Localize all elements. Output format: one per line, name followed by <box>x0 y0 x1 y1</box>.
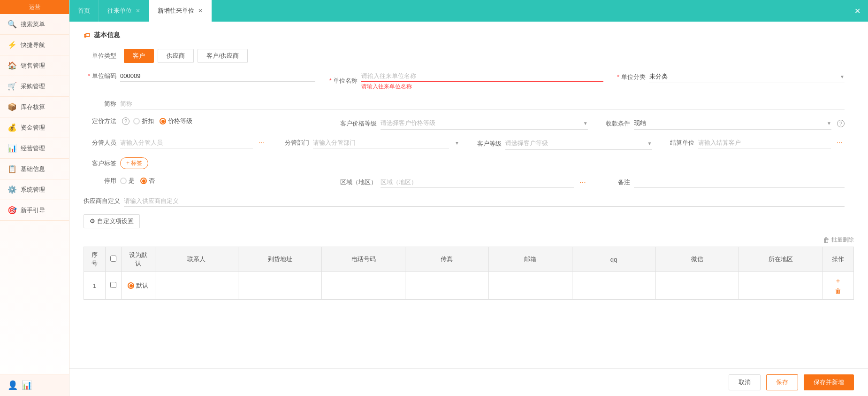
sidebar-item-search[interactable]: 🔍 搜索菜单 <box>0 14 69 35</box>
unit-type-both-button[interactable]: 客户/供应商 <box>198 49 248 63</box>
tab-contacts-close[interactable]: ✕ <box>136 8 140 14</box>
manager-more-icon[interactable]: ··· <box>257 139 266 147</box>
unit-name-input[interactable] <box>361 70 603 82</box>
cell-seq: 1 <box>84 272 106 300</box>
pricing-method-radio-group: 折扣 价格等级 <box>133 117 192 125</box>
email-input[interactable] <box>494 282 567 289</box>
sidebar-item-finance[interactable]: 💰 资金管理 <box>0 117 69 138</box>
unit-type-supplier-button[interactable]: 供应商 <box>158 49 194 63</box>
payment-help-icon[interactable]: ? <box>837 120 845 127</box>
sidebar-item-inventory[interactable]: 📦 库存核算 <box>0 97 69 117</box>
remark-field: 备注 <box>597 177 854 188</box>
region-table-input[interactable] <box>744 282 817 289</box>
sidebar-item-new-guide[interactable]: 🎯 新手引导 <box>0 200 69 221</box>
home-icon: 🏠 <box>8 61 17 70</box>
disabled-label: 停用 <box>84 177 116 185</box>
row-checkbox[interactable] <box>110 282 116 288</box>
manager-input[interactable] <box>120 137 253 148</box>
wechat-input[interactable] <box>661 282 734 289</box>
customer-level-value: 请选择客户等级 <box>505 139 646 148</box>
unit-code-label: 单位编码 <box>84 72 116 80</box>
sidebar-item-sys-admin[interactable]: ⚙️ 系统管理 <box>0 179 69 200</box>
pricing-discount-radio[interactable]: 折扣 <box>133 117 154 125</box>
cell-wechat <box>655 272 739 300</box>
bulk-delete-row: 🗑 批量删除 <box>84 236 854 244</box>
region-more-icon[interactable]: ··· <box>578 178 587 186</box>
customer-price-level-select[interactable]: 请选择客户价格等级 ▼ <box>381 117 587 130</box>
supplier-custom-input[interactable] <box>124 195 845 207</box>
sidebar-item-quick-nav[interactable]: ⚡ 快捷导航 <box>0 35 69 55</box>
remark-input[interactable] <box>634 177 845 188</box>
sidebar-item-label: 新手引导 <box>21 206 45 215</box>
settlement-unit-more-icon[interactable]: ··· <box>835 139 845 147</box>
address-input[interactable] <box>243 282 317 289</box>
tab-contacts[interactable]: 往来单位 ✕ <box>99 0 149 22</box>
clipboard-icon: 📋 <box>8 164 17 173</box>
form-footer: 取消 保存 保存并新增 <box>69 368 868 396</box>
unit-category-label: 单位分类 <box>613 73 646 81</box>
settlement-unit-label: 结算单位 <box>662 139 694 147</box>
customer-price-level-label: 客户价格等级 <box>340 119 377 128</box>
department-label: 分管部门 <box>276 139 309 147</box>
phone-input[interactable] <box>327 282 400 289</box>
customer-level-label: 客户等级 <box>469 140 502 148</box>
gear-icon: ⚙️ <box>8 185 17 194</box>
sidebar-item-label: 基础信息 <box>21 165 45 173</box>
manager-label: 分管人员 <box>84 139 116 147</box>
default-radio[interactable]: 默认 <box>126 281 150 290</box>
disabled-yes-label: 是 <box>129 177 135 185</box>
delete-row-button[interactable]: 🗑 <box>833 286 843 295</box>
tab-home[interactable]: 首页 <box>69 0 99 22</box>
customer-level-select[interactable]: 请选择客户等级 ▼ <box>505 137 652 150</box>
customer-level-field: 客户等级 请选择客户等级 ▼ <box>469 137 662 150</box>
tab-new-contact[interactable]: 新增往来单位 ✕ <box>149 0 212 22</box>
tab-contacts-label: 往来单位 <box>107 7 132 15</box>
qq-input[interactable] <box>577 282 651 289</box>
tab-new-contact-close[interactable]: ✕ <box>198 8 203 14</box>
contact-input[interactable] <box>160 282 234 289</box>
unit-code-input[interactable] <box>120 70 315 82</box>
save-button[interactable]: 保存 <box>766 374 798 390</box>
tab-new-contact-label: 新增往来单位 <box>158 7 194 15</box>
sidebar-item-label: 搜索菜单 <box>21 20 45 29</box>
main-area: 首页 往来单位 ✕ 新增往来单位 ✕ ✕ 🏷 基本信息 单位类型 客户 供应商 … <box>69 0 868 396</box>
sidebar-item-label: 资金管理 <box>21 124 45 132</box>
contact-table-body: 1 默认 <box>84 272 854 300</box>
col-contact: 联系人 <box>155 247 238 272</box>
select-all-checkbox[interactable] <box>110 256 116 262</box>
col-region: 所在地区 <box>739 247 822 272</box>
basic-info-section-header: 🏷 基本信息 <box>84 31 854 39</box>
bulk-delete-label[interactable]: 批量删除 <box>831 236 854 244</box>
supplier-custom-field: 供应商自定义 <box>84 195 854 207</box>
sidebar-item-operations[interactable]: 📊 经营管理 <box>0 138 69 159</box>
close-all-tabs-button[interactable]: ✕ <box>847 0 868 22</box>
department-input[interactable] <box>313 137 449 148</box>
sidebar-item-purchase[interactable]: 🛒 采购管理 <box>0 76 69 97</box>
short-name-input[interactable] <box>120 98 845 109</box>
region-input[interactable] <box>381 177 574 188</box>
unit-category-select[interactable]: 未分类 ▼ <box>649 70 845 83</box>
pricing-level-radio[interactable]: 价格等级 <box>160 117 192 125</box>
custom-settings-button[interactable]: ⚙ 自定义项设置 <box>84 214 140 228</box>
default-label: 默认 <box>136 281 148 290</box>
fax-input[interactable] <box>410 282 484 289</box>
disabled-no-radio[interactable]: 否 <box>140 177 155 185</box>
sidebar-item-basic-info[interactable]: 📋 基础信息 <box>0 159 69 179</box>
add-tag-button[interactable]: + 标签 <box>120 157 148 169</box>
money-icon: 💰 <box>8 123 17 132</box>
contact-table-header-row: 序号 设为默认 联系人 到货地址 电话号码 传真 邮箱 qq 微信 所在地区 操… <box>84 247 854 272</box>
sidebar-bottom: 👤 📊 <box>0 374 69 396</box>
sidebar-item-sales[interactable]: 🏠 销售管理 <box>0 55 69 76</box>
disabled-field: 停用 是 否 <box>84 177 340 185</box>
tabs-bar: 首页 往来单位 ✕ 新增往来单位 ✕ ✕ <box>69 0 868 22</box>
disabled-yes-radio[interactable]: 是 <box>120 177 135 185</box>
pricing-help-icon[interactable]: ? <box>122 117 129 125</box>
settlement-unit-input[interactable] <box>698 137 831 148</box>
sidebar: 运营 🔍 搜索菜单 ⚡ 快捷导航 🏠 销售管理 🛒 采购管理 📦 库存核算 💰 … <box>0 0 69 396</box>
add-row-button[interactable]: ＋ <box>833 276 843 286</box>
unit-type-customer-button[interactable]: 客户 <box>124 49 154 63</box>
pricing-discount-radio-circle <box>133 118 140 124</box>
cancel-button[interactable]: 取消 <box>729 374 761 390</box>
payment-terms-select[interactable]: 现结 ▼ <box>634 117 831 130</box>
save-and-add-button[interactable]: 保存并新增 <box>804 374 854 390</box>
